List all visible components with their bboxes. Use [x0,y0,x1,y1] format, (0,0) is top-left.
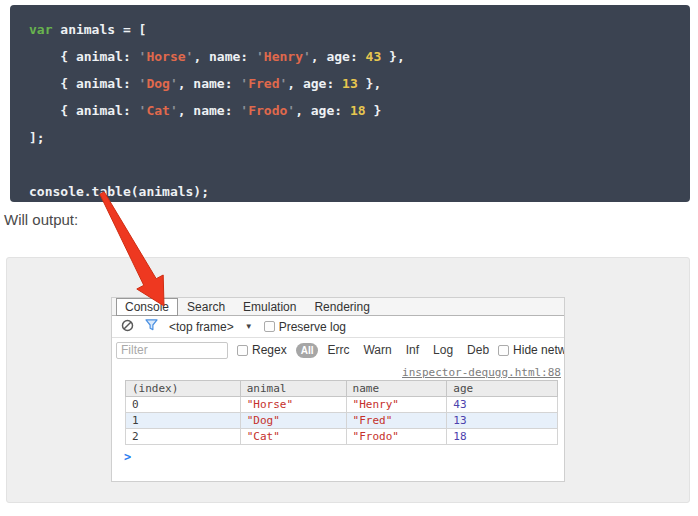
code-token-pl: { animal: [29,76,139,91]
code-token-num: 13 [342,76,358,91]
code-token-q: ' [256,49,264,64]
code-line: { animal: 'Cat', name: 'Frodo', age: 18 … [29,97,671,124]
code-token-pl: { animal: [29,103,139,118]
filter-funnel-icon[interactable] [145,319,158,334]
table-cell: "Dog" [240,413,346,429]
code-token-q: ' [240,103,248,118]
table-row: 1"Dog""Fred"13 [126,413,558,429]
console-toolbar: <top frame> ▼ Preserve log [112,316,564,338]
tab-emulation[interactable]: Emulation [234,298,305,315]
code-token-pl: , age: [311,49,366,64]
clear-console-icon[interactable] [121,319,134,335]
code-token-num: 18 [350,103,366,118]
table-cell: "Henry" [346,397,447,413]
code-token-pl: animals = [ [52,22,146,37]
code-token-str: Fred [248,76,279,91]
code-token-pl: , age: [295,103,350,118]
filter-all-pill[interactable]: All [296,343,319,358]
code-line: var animals = [ [29,16,671,43]
code-token-q: ' [170,103,178,118]
tab-search[interactable]: Search [178,298,234,315]
table-cell: "Fred" [346,413,447,429]
code-token-pl: } [366,103,382,118]
table-cell: 13 [447,413,558,429]
regex-label: Regex [252,343,287,357]
table-cell: 1 [126,413,241,429]
table-cell: "Cat" [240,429,346,445]
code-token-str: Cat [146,103,169,118]
tab-rendering[interactable]: Rendering [305,298,378,315]
filter-level-buttons: ErrcWarnInfLogDeb [327,343,489,357]
preserve-log-option[interactable]: Preserve log [264,320,346,334]
code-token-pl: { animal: [29,49,139,64]
filter-level-log[interactable]: Log [433,343,453,357]
hide-network-checkbox[interactable] [498,345,509,356]
devtools-screenshot: ConsoleSearchEmulationRendering <top fra… [111,297,565,482]
table-col-header[interactable]: (index) [126,381,241,397]
regex-option[interactable]: Regex [237,343,287,357]
filter-level-errc[interactable]: Errc [327,343,349,357]
caption-text: Will output: [4,211,78,228]
code-token-q: ' [240,76,248,91]
table-cell: "Frodo" [346,429,447,445]
page: var animals = [ { animal: 'Horse', name:… [0,0,698,516]
code-token-pl: }, [358,76,381,91]
preserve-log-checkbox[interactable] [264,321,275,332]
table-cell: 43 [447,397,558,413]
code-line: { animal: 'Dog', name: 'Fred', age: 13 }… [29,70,671,97]
code-snippet: var animals = [ { animal: 'Horse', name:… [10,5,690,202]
table-row: 2"Cat""Frodo"18 [126,429,558,445]
code-line: { animal: 'Horse', name: 'Henry', age: 4… [29,43,671,70]
filter-input[interactable] [116,342,228,359]
table-cell: "Horse" [240,397,346,413]
devtools-tab-bar: ConsoleSearchEmulationRendering [112,298,564,316]
code-token-pl: , name: [193,49,256,64]
table-row: 0"Horse""Henry"43 [126,397,558,413]
filter-level-warn[interactable]: Warn [363,343,391,357]
code-token-pl: ]; [29,130,45,145]
table-col-header[interactable]: animal [240,381,346,397]
log-source-row: inspector-dequgg.html:88 [112,362,564,380]
regex-checkbox[interactable] [237,345,248,356]
code-token-str: Horse [146,49,185,64]
code-token-str: Dog [146,76,169,91]
hide-network-label: Hide networl [513,343,564,357]
tab-console[interactable]: Console [116,298,178,316]
console-filter-bar: Regex All ErrcWarnInfLogDeb Hide networl [112,338,564,362]
source-file-link[interactable]: inspector-dequgg.html:88 [402,366,561,379]
code-token-pl: console.table(animals); [29,184,209,199]
code-token-q: ' [170,76,178,91]
frame-selector[interactable]: <top frame> [169,320,234,334]
filter-level-deb[interactable]: Deb [467,343,489,357]
console-prompt-chevron[interactable]: > [124,450,564,464]
code-line: console.table(animals); [29,178,671,202]
code-token-str: Frodo [248,103,287,118]
code-token-q: ' [303,49,311,64]
code-token-str: Henry [264,49,303,64]
code-token-pl: }, [381,49,404,64]
console-table: (index)animalnameage 0"Horse""Henry"431"… [125,380,558,445]
chevron-down-icon[interactable]: ▼ [245,322,253,331]
preserve-log-label: Preserve log [279,320,346,334]
table-col-header[interactable]: name [346,381,447,397]
table-header-row: (index)animalnameage [126,381,558,397]
code-line [29,151,671,178]
code-token-pl: , name: [178,76,241,91]
filter-level-inf[interactable]: Inf [406,343,419,357]
code-token-q: ' [287,103,295,118]
code-token-num: 43 [366,49,382,64]
table-cell: 2 [126,429,241,445]
code-token-pl: , name: [178,103,241,118]
table-col-header[interactable]: age [447,381,558,397]
code-token-kw: var [29,22,52,37]
table-cell: 18 [447,429,558,445]
hide-network-option[interactable]: Hide networl [498,343,564,357]
table-cell: 0 [126,397,241,413]
code-token-pl: , age: [287,76,342,91]
code-line: ]; [29,124,671,151]
